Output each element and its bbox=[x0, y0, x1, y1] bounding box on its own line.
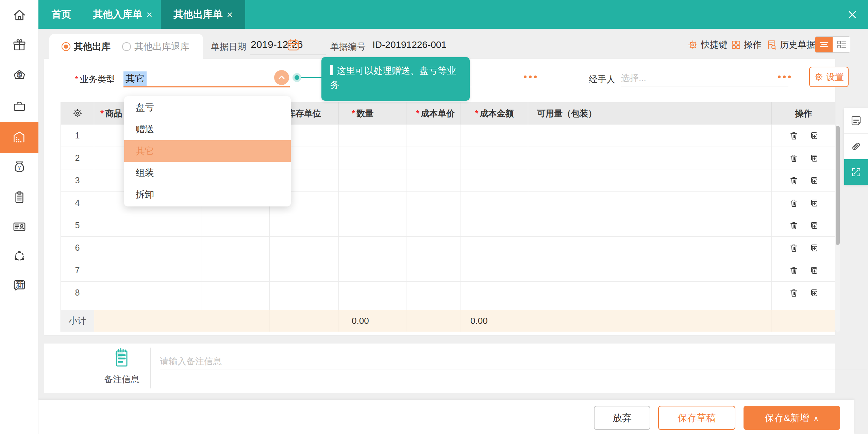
cell-product[interactable] bbox=[94, 259, 201, 282]
handler-more-options-icon[interactable] bbox=[778, 76, 791, 78]
delete-row-icon[interactable] bbox=[789, 221, 799, 230]
sidebar-item-reports[interactable] bbox=[0, 182, 38, 212]
dropdown-option-selected[interactable]: 其它 bbox=[124, 140, 291, 162]
cell-qty[interactable] bbox=[339, 169, 406, 192]
cell-cost-price[interactable] bbox=[406, 192, 461, 214]
duplicate-row-icon[interactable] bbox=[809, 266, 818, 275]
cell-cost-amount[interactable] bbox=[461, 192, 528, 214]
sidebar-item-new[interactable]: 新 bbox=[0, 270, 38, 300]
cell-unit[interactable] bbox=[270, 237, 339, 259]
tab-close-icon[interactable]: × bbox=[227, 9, 233, 20]
cell-cost-amount[interactable] bbox=[461, 169, 528, 192]
col-cost-price[interactable]: *成本单价 bbox=[406, 102, 461, 124]
cell-cost-amount[interactable] bbox=[461, 214, 528, 237]
tab-other-outbound[interactable]: 其他出库单 × bbox=[161, 0, 245, 29]
dropdown-option[interactable]: 组装 bbox=[124, 162, 291, 184]
cell-product[interactable] bbox=[94, 282, 201, 304]
dropdown-collapse-button[interactable] bbox=[274, 70, 289, 85]
cell-qty[interactable] bbox=[339, 304, 406, 310]
cell-cost-amount[interactable] bbox=[461, 237, 528, 259]
col-cost-amount[interactable]: *成本金额 bbox=[461, 102, 528, 124]
calendar-icon[interactable] bbox=[287, 38, 300, 52]
cancel-button[interactable]: 放弃 bbox=[594, 406, 650, 430]
cell-product[interactable] bbox=[94, 304, 201, 310]
sidebar-item-funds[interactable]: ¥ bbox=[0, 152, 38, 182]
cell-cost-price[interactable] bbox=[406, 214, 461, 237]
duplicate-row-icon[interactable] bbox=[809, 198, 818, 208]
save-and-new-button[interactable]: 保存&新增 ∧ bbox=[744, 406, 840, 430]
scrollbar-thumb[interactable] bbox=[836, 126, 840, 245]
cell-cost-price[interactable] bbox=[406, 304, 461, 310]
column-settings-button[interactable] bbox=[61, 102, 94, 124]
cell-cost-price[interactable] bbox=[406, 169, 461, 192]
duplicate-row-icon[interactable] bbox=[809, 131, 818, 140]
delete-row-icon[interactable] bbox=[789, 153, 799, 163]
duplicate-row-icon[interactable] bbox=[809, 176, 818, 185]
handler-input[interactable] bbox=[621, 70, 788, 86]
cell-cost-amount[interactable] bbox=[461, 124, 528, 147]
sidebar-item-gift[interactable] bbox=[0, 31, 38, 61]
cell-qty[interactable] bbox=[339, 214, 406, 237]
cell-qty[interactable] bbox=[339, 282, 406, 304]
cell-qty[interactable] bbox=[339, 147, 406, 169]
history-button[interactable]: 历史单据 bbox=[767, 39, 815, 51]
cell-cost-amount[interactable] bbox=[461, 147, 528, 169]
duplicate-row-icon[interactable] bbox=[809, 288, 818, 298]
cell-qty[interactable] bbox=[339, 192, 406, 214]
note-tool-button[interactable] bbox=[844, 108, 868, 134]
save-draft-button[interactable]: 保存草稿 bbox=[658, 406, 735, 430]
sidebar-item-warehouse[interactable] bbox=[0, 122, 38, 153]
sidebar-item-purchase[interactable] bbox=[0, 91, 38, 121]
biz-type-value[interactable]: 其它 bbox=[123, 71, 147, 86]
window-close-button[interactable] bbox=[841, 0, 863, 29]
dropdown-option[interactable]: 拆卸 bbox=[124, 184, 291, 205]
cell-cost-price[interactable] bbox=[406, 237, 461, 259]
view-toggle-card[interactable] bbox=[833, 37, 850, 52]
col-available[interactable]: 可用量（包装） bbox=[528, 102, 772, 124]
operations-button[interactable]: 操作 bbox=[731, 39, 762, 51]
dropdown-option[interactable]: 盘亏 bbox=[124, 97, 291, 118]
duplicate-row-icon[interactable] bbox=[809, 221, 818, 230]
shortcut-button[interactable]: 快捷键 bbox=[688, 39, 728, 51]
sidebar-item-contacts[interactable] bbox=[0, 212, 38, 241]
cell-cost-price[interactable] bbox=[406, 147, 461, 169]
cell-hidden[interactable] bbox=[201, 259, 270, 282]
tab-home[interactable]: 首页 bbox=[38, 0, 84, 29]
sidebar-item-integrations[interactable] bbox=[0, 241, 38, 271]
cell-qty[interactable] bbox=[339, 124, 406, 147]
delete-row-icon[interactable] bbox=[789, 243, 799, 253]
delete-row-icon[interactable] bbox=[789, 198, 799, 208]
delete-row-icon[interactable] bbox=[789, 176, 799, 185]
remark-input[interactable] bbox=[160, 354, 867, 369]
cell-cost-amount[interactable] bbox=[461, 282, 528, 304]
radio-other-outbound[interactable]: 其他出库 bbox=[62, 40, 111, 53]
radio-other-outbound-return[interactable]: 其他出库退库 bbox=[122, 40, 189, 53]
duplicate-row-icon[interactable] bbox=[809, 153, 818, 163]
cell-cost-price[interactable] bbox=[406, 124, 461, 147]
delete-row-icon[interactable] bbox=[789, 266, 799, 275]
expand-tool-button[interactable] bbox=[844, 159, 868, 185]
cell-unit[interactable] bbox=[270, 214, 339, 237]
cell-hidden[interactable] bbox=[201, 214, 270, 237]
settings-button[interactable]: 设置 bbox=[809, 67, 849, 87]
dropdown-option[interactable]: 赠送 bbox=[124, 118, 291, 140]
col-qty[interactable]: *数量 bbox=[339, 102, 406, 124]
more-options-icon[interactable] bbox=[524, 76, 537, 78]
sidebar-home-button[interactable] bbox=[0, 5, 38, 25]
cell-qty[interactable] bbox=[339, 237, 406, 259]
cell-product[interactable] bbox=[94, 237, 201, 259]
attachment-tool-button[interactable] bbox=[844, 134, 868, 159]
delete-row-icon[interactable] bbox=[789, 131, 799, 140]
cell-hidden[interactable] bbox=[201, 282, 270, 304]
delete-row-icon[interactable] bbox=[789, 288, 799, 298]
cell-cost-price[interactable] bbox=[406, 282, 461, 304]
view-toggle-list[interactable] bbox=[815, 37, 833, 52]
cell-product[interactable] bbox=[94, 214, 201, 237]
sidebar-item-sales[interactable]: $ bbox=[0, 61, 38, 90]
cell-hidden[interactable] bbox=[201, 237, 270, 259]
cell-cost-price[interactable] bbox=[406, 259, 461, 282]
cell-unit[interactable] bbox=[270, 282, 339, 304]
cell-qty[interactable] bbox=[339, 259, 406, 282]
cell-unit[interactable] bbox=[270, 259, 339, 282]
tab-close-icon[interactable]: × bbox=[146, 9, 152, 20]
